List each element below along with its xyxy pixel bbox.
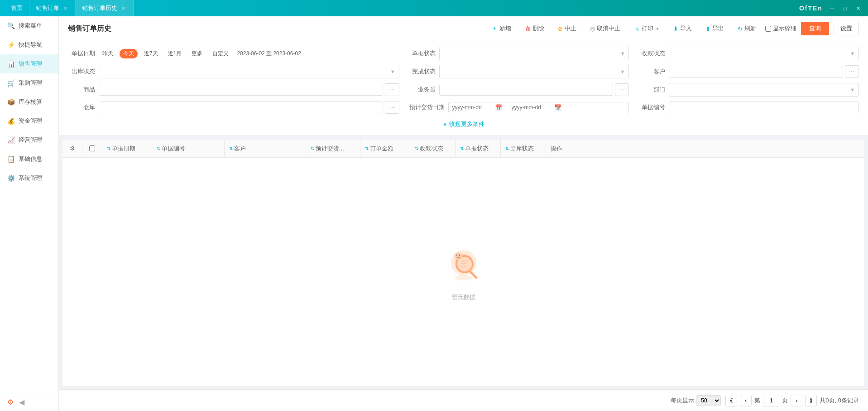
sidebar-item-basic[interactable]: 📋 基础信息 (0, 150, 58, 169)
page-label2: 页 (782, 396, 788, 405)
last-page-button[interactable]: ⟫ (805, 395, 817, 406)
date-tag-yesterday[interactable]: 昨天 (99, 49, 117, 58)
goods-dots[interactable]: ··· (385, 83, 399, 96)
display-cols-toggle[interactable]: 显示碎细 (765, 24, 796, 33)
complete-label: 完成状态 (408, 68, 436, 76)
sidebar-inventory-label: 库存核算 (19, 98, 42, 106)
delivery-to-input[interactable] (512, 104, 552, 111)
maximize-icon[interactable]: □ (840, 5, 849, 12)
customer-dots[interactable]: ··· (845, 65, 859, 78)
sidebar-collapse-icon[interactable]: ◀ (19, 398, 24, 406)
warehouse-dots[interactable]: ··· (385, 101, 399, 114)
date-tag-1month[interactable]: 近1月 (164, 49, 186, 58)
prev-page-button[interactable]: ‹ (740, 395, 752, 406)
date-tag-custom[interactable]: 自定义 (209, 49, 232, 58)
import-icon: ⬇ (673, 25, 678, 32)
complete-field: 完成状态 ▼ (408, 65, 629, 78)
settings-button[interactable]: 设置 (834, 22, 859, 35)
add-icon: ＋ (492, 24, 498, 33)
tab-home[interactable]: 首页 (5, 0, 29, 16)
main-layout: 🔍 搜索菜单 ⚡ 快捷导航 📊 销售管理 🛒 采购管理 📦 库存核算 💰 资金管… (0, 16, 868, 411)
query-button[interactable]: 查询 (801, 22, 829, 35)
sidebar-item-nav[interactable]: ⚡ 快捷导航 (0, 35, 58, 54)
tab-history-label: 销售订单历史 (82, 4, 117, 12)
th-date-label: 单据日期 (112, 145, 135, 153)
th-settings[interactable]: ⚙ (62, 140, 82, 157)
display-cols-checkbox[interactable] (765, 26, 771, 32)
tab-home-label: 首页 (11, 4, 23, 12)
sidebar-item-operation[interactable]: 📈 经营管理 (0, 131, 58, 150)
delivery-date-range: 📅 — 📅 (448, 102, 629, 113)
th-order-status[interactable]: ⇅ 单据状态 (456, 140, 501, 157)
th-num-label: 单据编号 (162, 145, 185, 153)
print-button[interactable]: 🖨 打印 ▼ (629, 22, 664, 35)
sidebar-gear-icon[interactable]: ⚙ (7, 398, 14, 406)
th-amount[interactable]: ⇅ 订单金额 (360, 140, 410, 157)
tab-sales-order[interactable]: 销售订单 ✕ (29, 0, 76, 16)
filter-row-3: 商品 ··· 业务员 ··· 部门 (68, 83, 859, 97)
th-num[interactable]: ⇅ 单据编号 (152, 140, 225, 157)
stock-out-select[interactable]: ▼ (99, 65, 399, 78)
sidebar-item-search[interactable]: 🔍 搜索菜单 (0, 16, 58, 35)
delete-button[interactable]: 🗑 删除 (520, 22, 549, 35)
tab-history-close[interactable]: ✕ (120, 5, 127, 12)
cancel-stop-button[interactable]: ◎ 取消中止 (585, 22, 625, 35)
print-icon: 🖨 (634, 25, 640, 32)
export-button[interactable]: ⬆ 导出 (701, 22, 729, 35)
order-num-field: 单据编号 (638, 102, 859, 113)
th-pay[interactable]: ⇅ 收款状态 (410, 140, 456, 157)
th-stock[interactable]: ⇅ 出库状态 (501, 140, 546, 157)
sidebar-finance-label: 资金管理 (19, 117, 42, 125)
customer-input[interactable] (669, 66, 843, 77)
sales-rep-dots[interactable]: ··· (615, 83, 629, 96)
page-number-input[interactable] (763, 395, 779, 406)
payment-status-select[interactable]: ▼ (669, 47, 859, 60)
sidebar-item-finance[interactable]: 💰 资金管理 (0, 111, 58, 131)
th-check (82, 140, 102, 157)
date-dash: — (504, 104, 510, 111)
collapse-arrow-icon: ∧ (443, 121, 447, 128)
next-page-button[interactable]: › (791, 395, 802, 406)
first-page-button[interactable]: ⟪ (725, 395, 737, 406)
sales-rep-label: 业务员 (408, 86, 436, 94)
stop-button[interactable]: ⊘ 中止 (553, 22, 581, 35)
order-status-select[interactable]: ▼ (439, 47, 629, 60)
sidebar-item-purchase[interactable]: 🛒 采购管理 (0, 73, 58, 92)
finance-icon: 💰 (7, 117, 15, 125)
th-amount-label: 订单金额 (370, 145, 393, 153)
goods-input-wrap: ··· (99, 83, 399, 96)
th-customer[interactable]: ⇅ 客户 (225, 140, 306, 157)
sales-rep-input[interactable] (439, 84, 613, 96)
tab-sales-close[interactable]: ✕ (62, 5, 69, 12)
dept-select[interactable]: ▼ (669, 83, 859, 97)
page-size-select[interactable]: 50 100 200 (696, 395, 721, 406)
table-wrapper: ⚙ ⇅ 单据日期 ⇅ 单据编号 ⇅ 客户 ⇅ (62, 140, 864, 386)
close-icon[interactable]: ✕ (853, 5, 863, 12)
minimize-icon[interactable]: ─ (827, 5, 837, 12)
customer-field: 客户 ··· (638, 65, 859, 78)
th-delivery[interactable]: ⇅ 预计交货... (306, 140, 360, 157)
warehouse-label: 仓库 (68, 103, 95, 111)
order-num-input[interactable] (669, 102, 859, 113)
sidebar: 🔍 搜索菜单 ⚡ 快捷导航 📊 销售管理 🛒 采购管理 📦 库存核算 💰 资金管… (0, 16, 59, 411)
select-all-checkbox[interactable] (89, 145, 95, 151)
sidebar-item-system[interactable]: ⚙️ 系统管理 (0, 169, 58, 188)
import-button[interactable]: ⬇ 导入 (669, 22, 696, 35)
tab-sales-history[interactable]: 销售订单历史 ✕ (76, 0, 134, 16)
warehouse-input[interactable] (99, 102, 383, 113)
sidebar-item-inventory[interactable]: 📦 库存核算 (0, 92, 58, 111)
date-tag-today[interactable]: 今天 (120, 49, 138, 58)
th-date[interactable]: ⇅ 单据日期 (102, 140, 152, 157)
collapse-button[interactable]: ∧ 收起更多条件 (441, 118, 486, 130)
delivery-from-input[interactable] (452, 104, 493, 111)
complete-select[interactable]: ▼ (439, 65, 629, 78)
goods-input[interactable] (99, 84, 383, 96)
add-button[interactable]: ＋ 新增 (487, 22, 516, 35)
date-tag-7days[interactable]: 近7天 (140, 49, 162, 58)
sidebar-bottom: ⚙ ◀ (0, 393, 58, 411)
empty-text: 暂无数据 (452, 293, 475, 301)
refresh-button[interactable]: ↻ 刷新 (733, 22, 761, 35)
sidebar-item-sales[interactable]: 📊 销售管理 (0, 54, 58, 73)
filter-row-4: 仓库 ··· 预计交货日期 📅 — 📅 (68, 101, 859, 114)
date-tag-more[interactable]: 更多 (188, 49, 206, 58)
